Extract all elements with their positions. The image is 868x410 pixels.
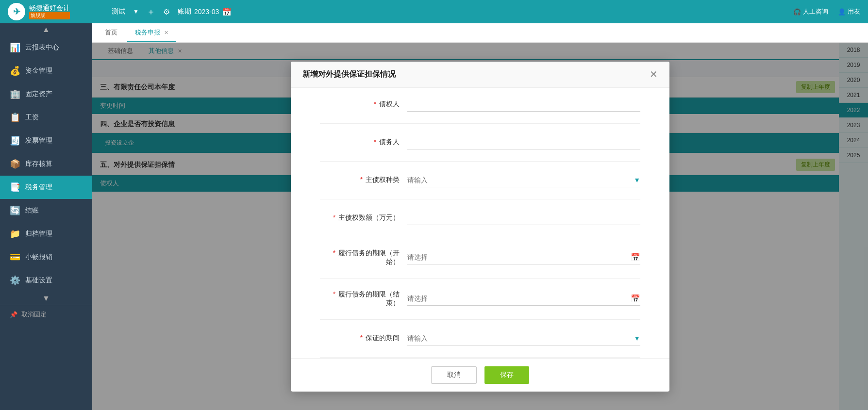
form-row-period-end: * 履行债务的期限（结束） 📅 — [320, 290, 640, 308]
guarantee-period-input[interactable] — [407, 331, 640, 345]
modal-body: * 债权人 * 债务人 — [291, 88, 669, 358]
period-start-wrap: 📅 — [407, 250, 640, 264]
period-start-calendar-icon[interactable]: 📅 — [631, 253, 640, 262]
sidebar: ▲ 📊 云报表中心 💰 资金管理 🏢 固定资产 📋 工资 🧾 发票管理 📦 库存… — [0, 23, 92, 410]
sidebar-item-tax[interactable]: 📑 税务管理 — [0, 176, 92, 199]
sidebar-item-settlement[interactable]: 🔄 结账 — [0, 199, 92, 222]
calendar-icon[interactable]: 📅 — [222, 7, 232, 16]
period-end-wrap: 📅 — [407, 292, 640, 306]
guarantee-period-label: * 保证的期间 — [320, 334, 407, 343]
logo-title: 畅捷通好会计 — [29, 4, 70, 12]
modal-close-button[interactable]: ✕ — [650, 69, 658, 79]
modal-title: 新增对外提供保证担保情况 — [302, 69, 396, 80]
form-row-period-start: * 履行债务的期限（开始） 📅 — [320, 249, 640, 266]
form-row-guarantee-period: * 保证的期间 ▼ — [320, 331, 640, 345]
form-row-creditor: * 债权人 — [320, 98, 640, 112]
topbar-center: 测试 ▼ ＋ ⚙ 账期 2023-03 📅 — [100, 6, 793, 17]
inventory-icon: 📦 — [10, 159, 20, 169]
sidebar-item-expense[interactable]: 💳 小畅报销 — [0, 246, 92, 269]
service-button[interactable]: 🎧 人工咨询 — [793, 7, 828, 16]
period-display: 账期 2023-03 📅 — [178, 7, 232, 16]
modal: 新增对外提供保证担保情况 ✕ * 债权人 — [291, 62, 669, 392]
tab-tax-filing[interactable]: 税务申报 ✕ — [127, 24, 176, 42]
period-end-calendar-icon[interactable]: 📅 — [631, 294, 640, 303]
content-area: 基础信息 其他信息 ✕ ↻ 刷新 三、有限责任公司本年度 复制上年度 — [92, 43, 868, 410]
debt-type-input[interactable] — [407, 173, 640, 187]
company-name: 测试 — [112, 7, 125, 16]
archives-icon: 📁 — [10, 229, 20, 239]
sidebar-item-invoices[interactable]: 🧾 发票管理 — [0, 129, 92, 152]
period-end-input[interactable] — [407, 292, 640, 306]
sidebar-item-archives[interactable]: 📁 归档管理 — [0, 222, 92, 246]
settlement-icon: 🔄 — [10, 205, 20, 216]
cloud-reports-icon: 📊 — [10, 42, 20, 53]
tab-close-icon[interactable]: ✕ — [164, 30, 168, 35]
guarantee-period-wrap: ▼ — [407, 331, 640, 345]
period-label: 账期 — [178, 7, 191, 16]
sidebar-item-label: 归档管理 — [25, 230, 52, 238]
funds-icon: 💰 — [10, 66, 20, 76]
modal-header: 新增对外提供保证担保情况 ✕ — [291, 62, 669, 88]
sidebar-item-label: 小畅报销 — [25, 253, 52, 262]
period-start-input[interactable] — [407, 250, 640, 264]
fixed-assets-icon: 🏢 — [10, 89, 20, 99]
debtor-label: * 债务人 — [320, 138, 407, 147]
sidebar-item-label: 固定资产 — [25, 90, 52, 98]
debt-amount-label: * 主债权数额（万元） — [320, 213, 407, 222]
period-end-label: * 履行债务的期限（结束） — [320, 290, 407, 308]
sidebar-unpin-button[interactable]: 📌 取消固定 — [0, 305, 92, 324]
gear-icon[interactable]: ⚙ — [163, 7, 170, 16]
debt-amount-input[interactable] — [407, 211, 640, 225]
payroll-icon: 📋 — [10, 112, 20, 123]
sidebar-item-label: 基础设置 — [25, 276, 52, 285]
invoices-icon: 🧾 — [10, 135, 20, 146]
logo-badge: 旗舰版 — [29, 12, 70, 19]
sidebar-item-payroll[interactable]: 📋 工资 — [0, 106, 92, 129]
sidebar-item-label: 资金管理 — [25, 66, 52, 75]
headset-icon: 🎧 — [793, 8, 801, 16]
add-icon[interactable]: ＋ — [147, 6, 155, 17]
debt-type-label: * 主债权种类 — [320, 176, 407, 184]
form-row-debt-type: * 主债权种类 ▼ — [320, 173, 640, 187]
logo-icon: ✈ — [8, 3, 25, 20]
period-start-label: * 履行债务的期限（开始） — [320, 249, 407, 266]
basic-settings-icon: ⚙️ — [10, 275, 20, 286]
sidebar-item-funds[interactable]: 💰 资金管理 — [0, 59, 92, 82]
sidebar-item-label: 结账 — [25, 206, 39, 215]
period-value: 2023-03 — [194, 8, 219, 16]
logo: ✈ 畅捷通好会计 旗舰版 — [8, 3, 100, 20]
sidebar-item-label: 发票管理 — [25, 136, 52, 145]
form-row-debtor: * 债务人 — [320, 135, 640, 149]
form-row-debt-amount: * 主债权数额（万元） — [320, 211, 640, 225]
sidebar-item-label: 工资 — [25, 113, 39, 122]
tabbar: 首页 税务申报 ✕ — [92, 23, 868, 43]
creditor-input[interactable] — [407, 98, 640, 112]
modal-footer: 取消 保存 — [291, 358, 669, 392]
debt-type-select-wrap: ▼ — [407, 173, 640, 187]
main-area: 首页 税务申报 ✕ 基础信息 其他信息 ✕ ↻ — [92, 23, 868, 410]
cancel-button[interactable]: 取消 — [431, 366, 477, 384]
logo-text-block: 畅捷通好会计 旗舰版 — [29, 4, 70, 20]
topbar: ✈ 畅捷通好会计 旗舰版 测试 ▼ ＋ ⚙ 账期 2023-03 📅 🎧 人工咨… — [0, 0, 868, 23]
debtor-input[interactable] — [407, 135, 640, 149]
tab-home[interactable]: 首页 — [97, 24, 125, 42]
sidebar-item-fixed-assets[interactable]: 🏢 固定资产 — [0, 82, 92, 106]
sidebar-item-basic-settings[interactable]: ⚙️ 基础设置 — [0, 269, 92, 292]
user-icon: 👤 — [838, 8, 846, 16]
sidebar-item-cloud-reports[interactable]: 📊 云报表中心 — [0, 36, 92, 59]
topbar-right: 🎧 人工咨询 👤 用友 — [793, 7, 860, 16]
sidebar-scroll-down[interactable]: ▼ — [0, 292, 92, 305]
sidebar-item-label: 税务管理 — [25, 183, 52, 192]
sidebar-item-label: 库存核算 — [25, 160, 52, 168]
tax-icon: 📑 — [10, 182, 20, 193]
user-button[interactable]: 👤 用友 — [838, 7, 860, 16]
save-button[interactable]: 保存 — [484, 366, 529, 384]
sidebar-scroll-up[interactable]: ▲ — [0, 23, 92, 36]
pin-icon: 📌 — [10, 311, 17, 318]
company-chevron-icon[interactable]: ▼ — [133, 8, 139, 15]
sidebar-item-label: 云报表中心 — [25, 43, 59, 52]
modal-overlay: 新增对外提供保证担保情况 ✕ * 债权人 — [92, 43, 868, 410]
creditor-label: * 债权人 — [320, 100, 407, 109]
expense-icon: 💳 — [10, 252, 20, 262]
sidebar-item-inventory[interactable]: 📦 库存核算 — [0, 152, 92, 176]
